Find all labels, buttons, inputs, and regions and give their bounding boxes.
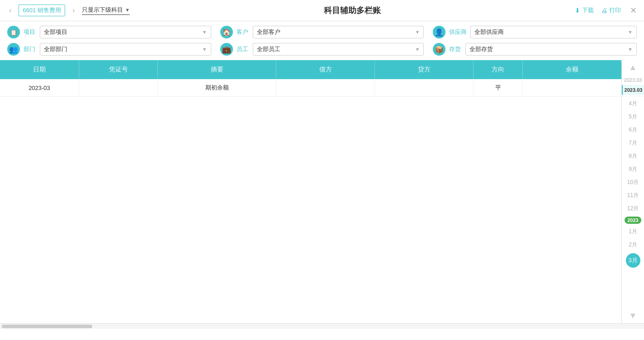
col-date-header: 日期 xyxy=(0,60,79,79)
download-icon: ⬇ xyxy=(575,7,580,14)
sidebar-month-6[interactable]: 6月 xyxy=(622,123,644,137)
employee-icon: 💼 xyxy=(220,43,233,56)
cell-balance xyxy=(523,79,621,97)
table-row: 2023-03 期初余额 平 xyxy=(0,79,621,97)
sidebar-scroll-up[interactable]: ▲ xyxy=(626,60,640,75)
show-sub-arrow-icon: ▼ xyxy=(125,7,130,13)
horizontal-scrollbar[interactable] xyxy=(0,323,644,329)
cell-voucher xyxy=(79,79,157,97)
filter-department: 👥 部门 全部部门 ▼ xyxy=(7,43,211,56)
project-select-value: 全部项目 xyxy=(44,28,67,36)
supplier-label: 供应商 xyxy=(449,28,467,36)
customer-select-arrow: ▼ xyxy=(415,29,420,35)
scrollbar-track xyxy=(0,324,644,329)
filter-inventory: 📦 存货 全部存货 ▼ xyxy=(433,43,637,56)
department-label: 部门 xyxy=(24,45,36,53)
customer-select[interactable]: 全部客户 ▼ xyxy=(253,26,424,38)
sidebar-month-8[interactable]: 8月 xyxy=(622,150,644,163)
col-balance-header: 余额 xyxy=(523,60,621,79)
page-title: 科目辅助多栏账 xyxy=(135,5,569,16)
show-sub-label: 只显示下级科目 xyxy=(82,6,123,14)
download-label: 下载 xyxy=(582,6,594,14)
department-select-value: 全部部门 xyxy=(44,45,67,53)
toolbar-right: ⬇ 下载 🖨 打印 xyxy=(575,6,621,14)
col-debit-header: 借方 xyxy=(276,60,375,79)
show-sub-button[interactable]: 只显示下级科目 ▼ xyxy=(82,6,130,15)
cell-debit xyxy=(276,79,375,97)
inventory-label: 存货 xyxy=(449,45,462,53)
sidebar-month-2[interactable]: 2月 xyxy=(622,238,644,251)
inventory-select[interactable]: 全部存货 ▼ xyxy=(465,43,637,56)
right-sidebar: ▲ 2023.03 2023.03 4月 5月 6月 7月 8月 9月 10月 … xyxy=(621,60,644,323)
customer-select-value: 全部客户 xyxy=(257,28,280,36)
cell-credit xyxy=(375,79,474,97)
table-body: 2023-03 期初余额 平 xyxy=(0,79,621,97)
supplier-select[interactable]: 全部供应商 ▼ xyxy=(470,26,637,38)
customer-icon: 🏠 xyxy=(220,26,233,38)
print-label: 打印 xyxy=(609,6,621,14)
table-header-row: 日期 凭证号 摘要 借方 贷方 方向 余额 xyxy=(0,60,621,79)
filter-employee: 💼 员工 全部员工 ▼ xyxy=(220,43,424,56)
supplier-select-arrow: ▼ xyxy=(628,29,633,35)
department-select[interactable]: 全部部门 ▼ xyxy=(40,43,211,56)
sidebar-scroll-down[interactable]: ▼ xyxy=(626,308,640,323)
main-window: ‹ 6601 销售费用 › 只显示下级科目 ▼ 科目辅助多栏账 ⬇ 下载 🖨 打… xyxy=(0,0,644,340)
col-credit-header: 贷方 xyxy=(375,60,474,79)
employee-select[interactable]: 全部员工 ▼ xyxy=(253,43,424,56)
scrollbar-thumb[interactable] xyxy=(2,325,92,328)
sidebar-month-7[interactable]: 7月 xyxy=(622,137,644,150)
inventory-select-value: 全部存货 xyxy=(469,45,493,53)
sidebar-month-3-active[interactable]: 3月 xyxy=(626,253,640,268)
table-area[interactable]: 日期 凭证号 摘要 借方 贷方 方向 余额 2023-03 期初余额 xyxy=(0,60,621,323)
project-label: 项目 xyxy=(24,28,36,36)
col-direction-header: 方向 xyxy=(474,60,523,79)
filter-supplier: 👤 供应商 全部供应商 ▼ xyxy=(433,26,637,38)
project-icon: 📋 xyxy=(7,26,20,38)
next-period-button[interactable]: › xyxy=(71,6,76,14)
supplier-select-value: 全部供应商 xyxy=(474,28,504,36)
year-badge-2023[interactable]: 2023 xyxy=(625,217,641,224)
close-button[interactable]: ✕ xyxy=(630,5,637,15)
col-voucher-header: 凭证号 xyxy=(79,60,157,79)
cell-direction: 平 xyxy=(474,79,523,97)
filter-project: 📋 项目 全部项目 ▼ xyxy=(7,26,211,38)
filter-customer: 🏠 客户 全部客户 ▼ xyxy=(220,26,424,38)
sidebar-month-5[interactable]: 5月 xyxy=(622,110,644,123)
sidebar-month-1[interactable]: 1月 xyxy=(622,225,644,238)
project-select-arrow: ▼ xyxy=(202,29,207,35)
supplier-icon: 👤 xyxy=(433,26,445,38)
cell-date: 2023-03 xyxy=(0,79,79,97)
sidebar-period-2023-03-active[interactable]: 2023.03 xyxy=(622,85,644,95)
department-icon: 👥 xyxy=(7,43,20,56)
employee-select-value: 全部员工 xyxy=(257,45,280,53)
print-button[interactable]: 🖨 打印 xyxy=(601,6,621,14)
employee-select-arrow: ▼ xyxy=(415,47,420,52)
main-content: 日期 凭证号 摘要 借方 贷方 方向 余额 2023-03 期初余额 xyxy=(0,60,644,323)
ledger-table: 日期 凭证号 摘要 借方 贷方 方向 余额 2023-03 期初余额 xyxy=(0,60,621,97)
download-button[interactable]: ⬇ 下载 xyxy=(575,6,594,14)
sidebar-month-10[interactable]: 10月 xyxy=(622,176,644,189)
header: ‹ 6601 销售费用 › 只显示下级科目 ▼ 科目辅助多栏账 ⬇ 下载 🖨 打… xyxy=(0,0,644,21)
print-icon: 🖨 xyxy=(601,7,607,14)
sidebar-month-12[interactable]: 12月 xyxy=(622,202,644,215)
sidebar-month-11[interactable]: 11月 xyxy=(622,189,644,202)
sidebar-period-2023-03-first[interactable]: 2023.03 xyxy=(622,75,644,85)
filters-panel: 📋 项目 全部项目 ▼ 🏠 客户 全部客户 ▼ 👤 供应商 全部供应商 ▼ xyxy=(0,21,644,60)
cell-summary: 期初余额 xyxy=(158,79,276,97)
col-summary-header: 摘要 xyxy=(158,60,276,79)
sidebar-month-9[interactable]: 9月 xyxy=(622,163,644,176)
inventory-select-arrow: ▼ xyxy=(628,47,633,52)
account-code-display[interactable]: 6601 销售费用 xyxy=(19,5,65,16)
department-select-arrow: ▼ xyxy=(202,47,207,52)
inventory-icon: 📦 xyxy=(433,43,445,56)
sidebar-month-4[interactable]: 4月 xyxy=(622,97,644,110)
project-select[interactable]: 全部项目 ▼ xyxy=(40,26,211,38)
customer-label: 客户 xyxy=(237,28,249,36)
prev-period-button[interactable]: ‹ xyxy=(7,6,13,14)
employee-label: 员工 xyxy=(237,45,249,53)
